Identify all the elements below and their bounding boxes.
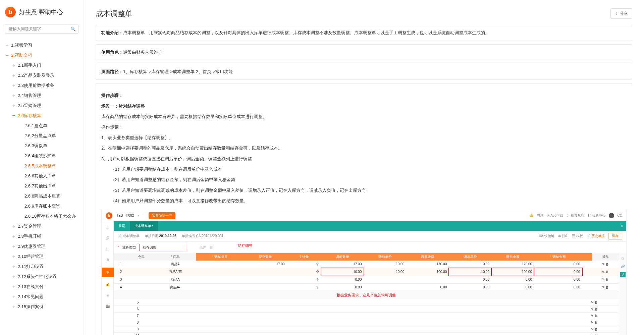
main-content: 成本调整单 ⇪ 分享 功能介绍：成本调整单，用来实现对商品结存成本的调整，以及针… — [84, 0, 644, 335]
cell — [500, 312, 548, 319]
cell — [328, 299, 350, 306]
cell — [273, 319, 328, 326]
code-label: 单据编号 — [182, 234, 195, 238]
doc-title: 成本调整单 — [123, 234, 140, 238]
page-header: 成本调整单 ⇪ 分享 — [96, 8, 632, 19]
cell — [244, 268, 287, 276]
step-3c: （3）若用户知道要调增或调减的成本差值，则在调整金额中录入差值，调增录入正值，记… — [101, 186, 627, 194]
nav-item[interactable]: 2.6.9库存账本查询 — [5, 201, 78, 211]
nav-item[interactable]: 2.3使用前数据准备 — [5, 80, 78, 91]
expand-icon — [12, 63, 16, 67]
save-button-mock: 保存 — [608, 233, 622, 239]
brand-title: 好生意 帮助中心 — [19, 8, 63, 16]
steps-head: 操作步骤： — [101, 92, 627, 99]
cell — [184, 326, 206, 332]
cell: 10.00 — [449, 261, 491, 268]
nav-item[interactable]: 2.6.8商品成本重算 — [5, 191, 78, 201]
cell — [500, 305, 548, 312]
nav-item[interactable]: 2.6.3调拨单 — [5, 141, 78, 151]
rail-cal-icon: 🗓 — [105, 257, 111, 263]
nav-item[interactable]: 2.6.7其他出库单 — [5, 181, 78, 191]
code-value: CA-20191229-001 — [196, 234, 224, 238]
cell: 0.00 — [491, 276, 534, 283]
nav-item[interactable]: 2.10经营管理 — [5, 252, 78, 262]
nav-label: 2.6.7其他出库单 — [24, 183, 56, 189]
share-button[interactable]: ⇪ 分享 — [610, 8, 632, 19]
nav-item[interactable]: 2.6库存核算 — [5, 111, 78, 121]
cell: 个 — [287, 283, 321, 291]
nav-item[interactable]: 2.12系统个性化设置 — [5, 272, 78, 282]
cell — [244, 283, 287, 291]
cell — [547, 312, 570, 319]
cell — [206, 305, 228, 312]
nav-item[interactable]: 2.5采购管理 — [5, 101, 78, 111]
nav-item[interactable]: 2.9优惠券管理 — [5, 241, 78, 252]
search-input[interactable] — [5, 24, 78, 34]
content-body: 操作步骤： 场景一：针对结存调整 库存商品的结存成本与实际成本有差异，需要根据结… — [96, 83, 632, 335]
table-row: 8 ✎ 🗑 — [114, 319, 619, 326]
rail-wallet-icon: 💰 — [105, 282, 111, 288]
cell — [228, 305, 250, 312]
cell: ✎ 🗑 — [592, 283, 619, 291]
cell — [162, 332, 184, 335]
cell — [328, 319, 350, 326]
bullet-icon — [18, 174, 22, 178]
nav-item[interactable]: 2.6.2分量盘点单 — [5, 131, 78, 141]
cell: 0.00 — [406, 283, 449, 291]
expand-icon — [12, 305, 16, 309]
cell — [184, 312, 206, 319]
nav-label: 2.8手机旺铺 — [18, 233, 41, 239]
nav-item[interactable]: 2.2产品安装及登录 — [5, 70, 78, 80]
nav-item[interactable]: 2.15操作案例 — [5, 302, 78, 312]
cell — [196, 261, 244, 268]
nav-item[interactable]: 2.4销售管理 — [5, 91, 78, 101]
nav-item[interactable]: 1.视频学习 — [5, 40, 78, 50]
tab-current: 成本调整单 × — [130, 221, 158, 231]
cell: 3 — [114, 276, 128, 283]
nav-item[interactable]: 2.6.6其他入库单 — [5, 171, 78, 181]
anno-top: 结存调整 — [238, 243, 253, 248]
cell — [228, 332, 250, 335]
doc-header-row: 📄 成本调整单 单据日期 2019-12-26 单据编号 CA-20191229… — [114, 231, 626, 242]
cell — [273, 326, 328, 332]
cell — [582, 276, 592, 283]
warehouse-label: 仓库 — [200, 245, 206, 250]
nav-item[interactable]: 2.帮助文档 — [5, 50, 78, 60]
cell: 0.00 — [491, 283, 534, 291]
rail-home-icon: ⌂ — [105, 225, 111, 231]
nav-item[interactable]: 2.8手机旺铺 — [5, 231, 78, 241]
nav-label: 2.9优惠券管理 — [18, 243, 46, 249]
rail-doc-icon: 🗐 — [105, 235, 111, 241]
nav-item[interactable]: 2.11打印设置 — [5, 262, 78, 272]
intro-box: 功能介绍：成本调整单，用来实现对商品结存成本的调整，以及针对具体的出入库单进行成… — [96, 25, 632, 41]
nav-item[interactable]: 2.6.5成本调整单 — [5, 161, 78, 171]
nav-item[interactable]: 2.7资金管理 — [5, 221, 78, 231]
table-row: 3商品A个0.000.000.000.00✎ 🗑 — [114, 276, 619, 283]
col-header: 现存数量 — [244, 253, 287, 261]
rail-shop-icon: 🏬 — [105, 303, 111, 309]
table-row: 6 ✎ 🗑 — [114, 305, 619, 312]
cell — [128, 268, 154, 276]
nav-label: 2.6.1盘点单 — [24, 123, 47, 129]
nav-item[interactable]: 2.1新手入门 — [5, 60, 78, 70]
history-link: 📄 历史单据 — [586, 234, 605, 238]
nav-item[interactable]: 2.13在线支付 — [5, 282, 78, 292]
cell: 9 — [114, 326, 162, 332]
cell — [500, 299, 548, 306]
nav-item[interactable]: 2.6.1盘点单 — [5, 121, 78, 131]
nav-item[interactable]: 2.6.10库存账本错了怎么办 — [5, 211, 78, 221]
cell — [350, 332, 414, 335]
nav-item[interactable]: 2.6.4组装拆卸单 — [5, 151, 78, 161]
help-link: ◐ 帮助中心 — [588, 213, 605, 218]
cell — [162, 312, 184, 319]
bullet-icon — [18, 184, 22, 188]
nav-label: 2.7资金管理 — [18, 223, 41, 229]
cell: ✎ 🗑 — [570, 305, 619, 312]
brand-row: b 好生意 帮助中心 — [5, 7, 78, 17]
cell: 100.00 — [406, 268, 449, 276]
nav-item[interactable]: 2.14常见问题 — [5, 292, 78, 302]
nav-label: 2.6.2分量盘点单 — [24, 133, 56, 139]
nav-label: 2.12系统个性化设置 — [18, 274, 57, 280]
bullet-icon — [18, 204, 22, 208]
cell — [547, 319, 570, 326]
